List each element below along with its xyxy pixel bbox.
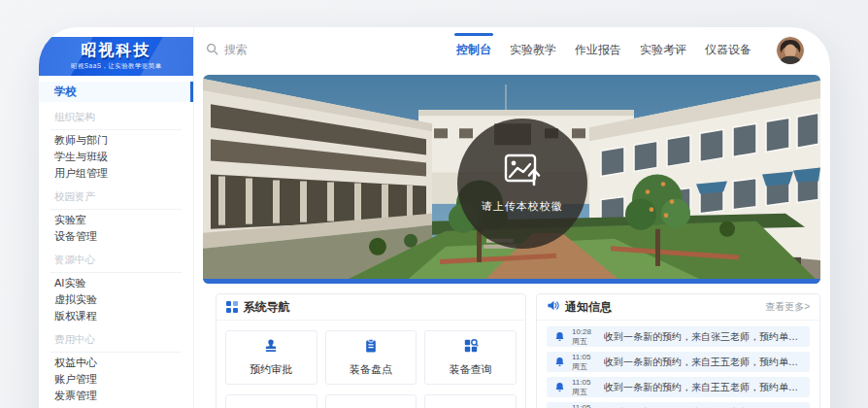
sidebar-item[interactable]: 用户组管理 — [39, 165, 193, 182]
system-nav-panel: 系统导航 预约审批装备盘点装备查询 — [216, 293, 526, 408]
sidebar: 昭视科技 昭视SaaS，让实验教学更简单 学校 组织架构教师与部门学生与班级用户… — [39, 27, 194, 408]
notice-time: 11:05周五 — [572, 378, 597, 397]
tab-1[interactable]: 控制台 — [456, 27, 491, 73]
upload-image-icon — [504, 153, 541, 190]
clipboard-icon — [363, 338, 379, 357]
search-input[interactable]: 搜索 — [206, 42, 361, 58]
notice-time: 10:28周五 — [572, 327, 597, 347]
upload-school-badge[interactable]: 请上传本校校徽 — [457, 119, 587, 249]
desktop-background: 昭视科技 昭视SaaS，让实验教学更简单 学校 组织架构教师与部门学生与班级用户… — [0, 0, 868, 408]
brand-tagline: 昭视SaaS，让实验教学更简单 — [71, 61, 161, 70]
sidebar-item[interactable]: 学生与班级 — [39, 149, 193, 165]
speaker-icon — [547, 299, 559, 315]
sidebar-item[interactable]: 账户管理 — [39, 371, 193, 388]
notice-time: 11:05周五 — [572, 403, 597, 408]
notice-item[interactable]: 11:05周五收到一条新的预约，来自王五老师，预约单号为：Y-0056，请尽快处… — [547, 352, 810, 372]
tab-4[interactable]: 实验考评 — [640, 27, 686, 73]
main-area: 搜索 控制台实验教学作业报告实验考评仪器设备 — [194, 27, 830, 408]
nav-card-label: 预约审批 — [250, 362, 292, 377]
nav-card[interactable]: 预约审批 — [225, 330, 317, 385]
notice-item[interactable]: 11:05周五收到一条新的预约，来自王五老师，预约单号为：Y-0056，请尽快处… — [547, 377, 810, 397]
hero-bottom-strip — [203, 279, 820, 284]
search-placeholder: 搜索 — [224, 42, 248, 58]
bell-icon — [554, 354, 565, 371]
tab-3[interactable]: 作业报告 — [575, 27, 621, 73]
sidebar-item[interactable]: 教师与部门 — [39, 132, 193, 149]
search-icon — [206, 43, 218, 58]
app-window: 昭视科技 昭视SaaS，让实验教学更简单 学校 组织架构教师与部门学生与班级用户… — [39, 27, 830, 408]
nav-card[interactable] — [325, 394, 417, 408]
nav-card[interactable]: 装备盘点 — [325, 330, 417, 385]
nav-card-label: 装备盘点 — [350, 362, 392, 377]
upload-prompt-text: 请上传本校校徽 — [482, 199, 563, 214]
nav-card-label: 装备查询 — [450, 362, 492, 377]
notice-item[interactable]: 10:28周五收到一条新的预约，来自张三老师，预约单号为：Y-0044，请尽快处… — [547, 326, 810, 347]
view-more-link[interactable]: 查看更多> — [765, 300, 810, 314]
sidebar-item[interactable]: AI实验 — [39, 275, 193, 291]
notice-text: 收到一条新的预约，来自王五老师，预约单号为：Y-0056，请尽快处理。 — [604, 356, 802, 369]
bell-icon — [554, 328, 565, 346]
grid-icon — [226, 301, 238, 313]
stamp-icon — [263, 338, 279, 357]
sidebar-item[interactable]: 实验室 — [39, 212, 193, 228]
sidebar-item[interactable]: 权益中心 — [39, 355, 193, 371]
notice-panel: 通知信息 查看更多> 10:28周五收到一条新的预约，来自张三老师，预约单号为：… — [536, 293, 820, 408]
dashboard-panels: 系统导航 预约审批装备盘点装备查询 通知信息 查看更多> 10:28周五收到一条… — [216, 293, 820, 408]
sidebar-item[interactable]: 虚拟实验 — [39, 291, 193, 308]
nav-card[interactable] — [424, 394, 517, 408]
notice-item[interactable]: 11:05周五收到一条新的预约，来自王五老师，预约单号为：Y-0056，请尽快处… — [547, 402, 810, 408]
campus-photo: 请上传本校校徽 — [203, 75, 820, 284]
tab-2[interactable]: 实验教学 — [510, 27, 556, 73]
sidebar-group-title: 资源中心 — [50, 254, 182, 273]
brand-logo[interactable]: 昭视科技 昭视SaaS，让实验教学更简单 — [39, 37, 193, 76]
bell-icon — [554, 379, 565, 396]
tab-5[interactable]: 仪器设备 — [705, 27, 751, 73]
sidebar-item-school[interactable]: 学校 — [39, 82, 193, 102]
sidebar-item[interactable]: 版权课程 — [39, 308, 193, 324]
bell-icon — [554, 404, 565, 408]
sidebar-item[interactable]: 设备管理 — [39, 228, 193, 245]
user-avatar[interactable] — [777, 37, 804, 64]
system-nav-title: 系统导航 — [244, 299, 290, 316]
sidebar-group-title: 费用中心 — [50, 333, 182, 353]
top-nav-tabs: 控制台实验教学作业报告实验考评仪器设备 — [456, 27, 751, 73]
notice-title: 通知信息 — [565, 299, 612, 316]
sidebar-item[interactable]: 发票管理 — [39, 388, 193, 404]
brand-name: 昭视科技 — [82, 42, 151, 59]
notice-time: 11:05周五 — [572, 353, 597, 372]
nav-card[interactable]: 装备查询 — [424, 330, 517, 385]
topbar: 搜索 控制台实验教学作业报告实验考评仪器设备 — [194, 27, 830, 73]
sidebar-group-title: 校园资产 — [50, 190, 182, 210]
sidebar-menu: 学校 组织架构教师与部门学生与班级用户组管理校园资产实验室设备管理资源中心AI实… — [39, 76, 193, 408]
notice-text: 收到一条新的预约，来自张三老师，预约单号为：Y-0044，请尽快处理。 — [604, 330, 802, 344]
nav-card[interactable] — [225, 394, 317, 408]
grid-search-icon — [463, 338, 479, 357]
notice-text: 收到一条新的预约，来自王五老师，预约单号为：Y-0056，请尽快处理。 — [604, 381, 802, 394]
sidebar-group-title: 组织架构 — [50, 111, 182, 130]
